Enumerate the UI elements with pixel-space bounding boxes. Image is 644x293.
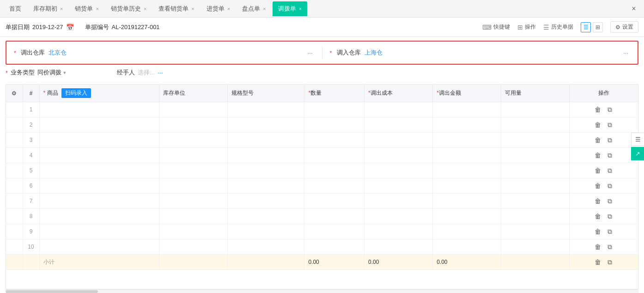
tab-sales-history-close[interactable]: × (144, 6, 146, 12)
tab-purchase-close[interactable]: × (227, 6, 230, 12)
biz-type-select[interactable]: 同价调拨 ▾ (37, 68, 102, 77)
operation-action[interactable]: ⊞ 操作 (517, 23, 536, 31)
td-cost (365, 209, 433, 224)
in-warehouse-more-btn[interactable]: ··· (621, 49, 630, 56)
td-spec (227, 209, 304, 224)
history-action[interactable]: ☰ 历史单据 (543, 23, 573, 31)
td-qty (304, 102, 365, 117)
tab-transfer[interactable]: 调拨单 × (273, 1, 307, 16)
table-container: ⚙ # * 商品 扫码录入 库存单位 规格型号 *数量 *调出成本 (6, 84, 638, 289)
tab-transfer-close[interactable]: × (299, 6, 302, 12)
td-product[interactable] (39, 178, 159, 194)
table-row: 10 🗑 ⧉ (6, 239, 638, 255)
td-product[interactable] (39, 148, 159, 163)
copy-icon[interactable]: ⧉ (606, 166, 614, 175)
side-export-btn[interactable]: ↗ (631, 147, 644, 160)
tab-home[interactable]: 首页 (4, 1, 27, 16)
td-amount (433, 163, 501, 178)
tab-sales-order-label: 销货单 (75, 5, 93, 13)
td-op: 🗑 ⧉ (570, 209, 638, 224)
copy-icon[interactable]: ⧉ (606, 151, 614, 159)
td-qty: 0.00 (304, 255, 365, 270)
tab-view-sales-close[interactable]: × (191, 6, 194, 12)
date-value: 2019-12-27 (32, 24, 63, 31)
delete-icon[interactable]: 🗑 (594, 166, 602, 175)
in-warehouse-value[interactable]: 上海仓 (365, 49, 383, 57)
delete-icon[interactable]: 🗑 (594, 121, 602, 129)
copy-icon[interactable]: ⧉ (606, 212, 614, 220)
calendar-icon[interactable]: 📅 (66, 24, 74, 31)
delete-icon[interactable]: 🗑 (594, 105, 602, 114)
td-gear (6, 194, 23, 209)
layout-grid-btn[interactable]: ⊞ (593, 22, 603, 32)
table-row: 3 🗑 ⧉ (6, 133, 638, 148)
handler-more-btn[interactable]: ··· (158, 69, 163, 76)
copy-icon[interactable]: ⧉ (606, 258, 614, 266)
copy-icon[interactable]: ⧉ (606, 105, 614, 114)
out-warehouse-more-btn[interactable]: ··· (306, 49, 315, 56)
copy-icon[interactable]: ⧉ (606, 136, 614, 144)
td-product[interactable] (39, 102, 159, 117)
td-avail (501, 255, 570, 270)
shortcut-action[interactable]: ⌨ 快捷键 (482, 23, 510, 31)
delete-icon[interactable]: 🗑 (594, 243, 602, 251)
td-cost (365, 194, 433, 209)
scan-button[interactable]: 扫码录入 (61, 88, 91, 98)
copy-icon[interactable]: ⧉ (606, 197, 614, 205)
copy-icon[interactable]: ⧉ (606, 227, 614, 236)
td-product[interactable] (39, 224, 159, 239)
tab-stock-init[interactable]: 库存期初 × (28, 1, 68, 16)
delete-icon[interactable]: 🗑 (594, 258, 602, 266)
layout-list-btn[interactable]: ☰ (581, 22, 591, 32)
delete-icon[interactable]: 🗑 (594, 227, 602, 236)
scrollbar-area[interactable] (6, 289, 638, 293)
tab-inventory-close[interactable]: × (263, 6, 266, 12)
td-product[interactable] (39, 209, 159, 224)
th-num: # (23, 85, 39, 102)
tab-purchase[interactable]: 进货单 × (201, 1, 236, 16)
td-cost (365, 178, 433, 194)
td-op: 🗑 ⧉ (570, 133, 638, 148)
tab-sales-history[interactable]: 销货单历史 × (105, 1, 152, 16)
tab-sales-order-close[interactable]: × (96, 6, 98, 12)
copy-icon[interactable]: ⧉ (606, 121, 614, 129)
td-spec (227, 194, 304, 209)
tab-inventory[interactable]: 盘点单 × (237, 1, 271, 16)
td-product[interactable] (39, 163, 159, 178)
delete-icon[interactable]: 🗑 (594, 197, 602, 205)
delete-icon[interactable]: 🗑 (594, 212, 602, 220)
td-spec (227, 102, 304, 117)
form-row: * 业务类型 同价调拨 ▾ 经手人 选择... ··· (0, 65, 644, 80)
tab-view-sales[interactable]: 查看销货单 × (153, 1, 200, 16)
side-list-btn[interactable]: ☰ (631, 133, 644, 146)
window-close-button[interactable]: × (627, 2, 640, 15)
copy-icon[interactable]: ⧉ (606, 182, 614, 190)
table-row: 1 🗑 ⧉ (6, 102, 638, 117)
in-warehouse-field: * 调入仓库 上海仓 ··· (330, 49, 631, 57)
tab-sales-order[interactable]: 销货单 × (69, 1, 104, 16)
delete-icon[interactable]: 🗑 (594, 151, 602, 159)
td-spec (227, 224, 304, 239)
td-unit (159, 148, 227, 163)
td-product[interactable] (39, 194, 159, 209)
td-product[interactable] (39, 133, 159, 148)
out-warehouse-value[interactable]: 北京仓 (49, 49, 67, 57)
copy-icon[interactable]: ⧉ (606, 243, 614, 251)
delete-icon[interactable]: 🗑 (594, 136, 602, 144)
td-op: 🗑 ⧉ (570, 224, 638, 239)
th-gear[interactable]: ⚙ (6, 85, 23, 102)
delete-icon[interactable]: 🗑 (594, 182, 602, 190)
td-product[interactable] (39, 117, 159, 133)
tab-stock-init-close[interactable]: × (60, 6, 63, 12)
doc-no-field: 单据编号 AL-20191227-001 (85, 23, 160, 31)
td-avail (501, 117, 570, 133)
table-row: 2 🗑 ⧉ (6, 117, 638, 133)
td-row-num: 3 (23, 133, 39, 148)
td-row-num: 10 (23, 239, 39, 255)
transfer-table: ⚙ # * 商品 扫码录入 库存单位 规格型号 *数量 *调出成本 (6, 85, 638, 270)
td-product[interactable] (39, 239, 159, 255)
settings-button[interactable]: ⚙ 设置 (610, 21, 638, 33)
handler-placeholder[interactable]: 选择... (138, 68, 155, 77)
th-avail: 可用量 (501, 85, 570, 102)
table-row: 8 🗑 ⧉ (6, 209, 638, 224)
